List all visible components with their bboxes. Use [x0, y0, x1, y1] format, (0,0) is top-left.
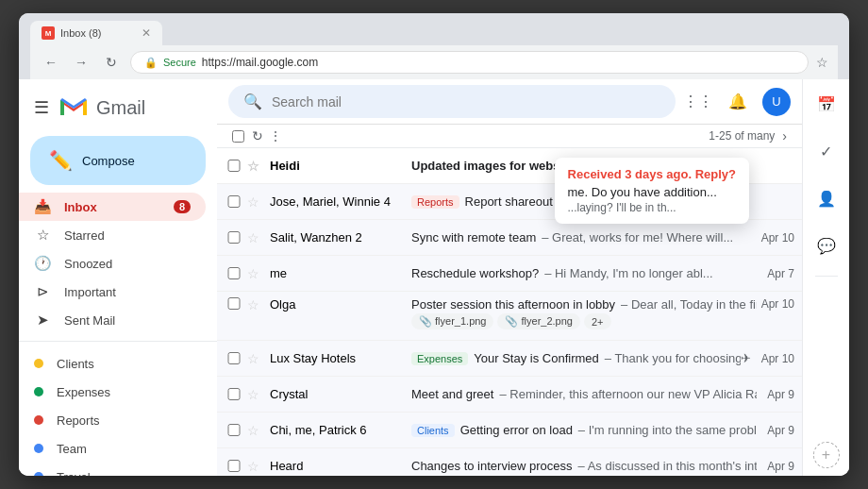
expenses-tag: Expenses	[411, 352, 468, 365]
star-icon[interactable]: ☆	[247, 459, 266, 474]
chat-panel-button[interactable]: 💬	[810, 228, 843, 262]
address-bar[interactable]: 🔒 Secure https://mail.google.com	[130, 51, 809, 74]
row-checkbox[interactable]	[225, 388, 243, 400]
more-options-icon[interactable]: ⋮	[269, 128, 282, 143]
gmail-logo-text: Gmail	[96, 97, 145, 119]
email-list-header: ↻ ⋮ 1-25 of many ›	[217, 125, 802, 148]
compose-plus-icon: ✏️	[49, 149, 73, 172]
important-icon: ⊳	[34, 283, 51, 300]
compose-label: Compose	[82, 154, 135, 168]
next-page-button[interactable]: ›	[782, 128, 787, 143]
notifications-button[interactable]: 🔔	[723, 87, 753, 117]
email-panel: 🔍 Search mail ⋮⋮ 🔔 U ↻ ⋮ 1-25 of many ›	[217, 79, 802, 476]
refresh-icon[interactable]: ↻	[252, 128, 263, 143]
contacts-panel-button[interactable]: 👤	[810, 181, 843, 215]
email-date: Apr 10	[757, 297, 794, 311]
email-row[interactable]: ☆ Heard Changes to interview process – A…	[217, 448, 802, 476]
star-icon[interactable]: ☆	[247, 387, 266, 402]
email-row[interactable]: ☆ Olga Poster session this afternoon in …	[217, 292, 802, 341]
select-all-checkbox[interactable]	[232, 130, 244, 143]
email-meta: Apr 9	[757, 424, 794, 437]
email-row[interactable]: ☆ Heidi Updated images for website – Hi!…	[217, 148, 802, 184]
sender-name: Jose, Mariel, Winnie 4	[270, 194, 411, 209]
gmail-header: ☰ Gmail	[19, 87, 217, 132]
star-icon[interactable]: ☆	[247, 297, 266, 312]
secure-label: Secure	[163, 57, 196, 68]
email-date: Apr 10	[757, 231, 794, 244]
clients-tag: Clients	[411, 424, 455, 437]
sidebar-item-inbox[interactable]: 📥 Inbox 8	[19, 193, 206, 221]
star-icon[interactable]: ☆	[247, 423, 266, 438]
email-date: Apr 10	[757, 352, 794, 365]
hamburger-menu-button[interactable]: ☰	[34, 97, 49, 118]
sender-name: me	[270, 266, 411, 280]
sidebar-item-snoozed[interactable]: 🕐 Snoozed	[19, 249, 206, 278]
refresh-button[interactable]: ↻	[100, 51, 123, 74]
inbox-badge: 8	[174, 200, 191, 213]
row-checkbox[interactable]	[225, 160, 243, 172]
email-row[interactable]: ☆ Crystal Meet and greet – Reminder, thi…	[217, 377, 802, 413]
email-subject: Getting error on load	[460, 423, 573, 437]
sidebar-item-travel[interactable]: Travel	[19, 463, 206, 476]
sidebar-item-expenses[interactable]: Expenses	[19, 378, 206, 406]
right-panels: 📅 ✓ 👤 💬 +	[802, 79, 849, 476]
row-checkbox[interactable]	[225, 424, 243, 436]
clients-label: Clients	[57, 357, 191, 371]
tasks-panel-button[interactable]: ✓	[810, 134, 843, 168]
sidebar-item-sent[interactable]: ➤ Sent Mail	[19, 306, 206, 334]
reports-dot	[34, 415, 43, 425]
email-row[interactable]: ☆ Chi, me, Patrick 6 Clients Getting err…	[217, 413, 802, 448]
inbox-icon: 📥	[34, 198, 51, 215]
email-row[interactable]: ☆ Jose, Mariel, Winnie 4 Reports Report …	[217, 184, 802, 220]
forward-button[interactable]: →	[70, 51, 92, 74]
sidebar-item-reports[interactable]: Reports	[19, 406, 206, 434]
star-icon[interactable]: ☆	[247, 194, 266, 210]
calendar-panel-button[interactable]: 📅	[810, 87, 843, 121]
sent-icon: ➤	[34, 312, 51, 329]
star-icon[interactable]: ☆	[247, 266, 266, 281]
compose-button[interactable]: ✏️ Compose	[30, 136, 206, 185]
email-row[interactable]: ☆ Lux Stay Hotels Expenses Your Stay is …	[217, 341, 802, 377]
email-meta: Apr 10	[757, 297, 794, 311]
email-date: Apr 9	[757, 424, 794, 437]
travel-dot	[34, 472, 43, 476]
row-checkbox[interactable]	[225, 297, 243, 310]
email-subject: Poster session this afternoon in lobby	[411, 297, 615, 312]
star-icon[interactable]: ☆	[247, 159, 266, 174]
tab-close-button[interactable]: ✕	[142, 26, 151, 40]
sidebar-item-team[interactable]: Team	[19, 434, 206, 463]
sender-name: Salit, Wanzhen 2	[270, 230, 411, 244]
active-tab[interactable]: M Inbox (8) ✕	[30, 21, 162, 45]
attachment-chip: 📎 flyer_2.png	[497, 313, 579, 329]
email-content: Clients Getting error on load – I'm runn…	[411, 423, 757, 437]
email-row[interactable]: ☆ Salit, Wanzhen 2 Sync with remote team…	[217, 220, 802, 256]
sidebar-item-important[interactable]: ⊳ Important	[19, 278, 206, 306]
email-subject: Reschedule workshop?	[411, 266, 539, 280]
bookmark-button[interactable]: ☆	[816, 55, 828, 70]
email-meta: Apr 7	[757, 267, 794, 280]
back-button[interactable]: ←	[40, 51, 62, 74]
attachment-chip: 📎 flyer_1.png	[411, 313, 493, 329]
star-icon[interactable]: ☆	[247, 351, 266, 366]
sender-name: Heard	[270, 459, 411, 473]
apps-button[interactable]: ⋮⋮	[683, 87, 713, 117]
email-content: Updated images for website – Hi! Could y…	[411, 159, 757, 173]
row-checkbox[interactable]	[225, 231, 243, 244]
star-icon[interactable]: ☆	[247, 230, 266, 245]
row-checkbox[interactable]	[225, 267, 243, 279]
row-checkbox[interactable]	[225, 352, 243, 364]
row-checkbox[interactable]	[225, 195, 243, 208]
add-panel-button[interactable]: +	[813, 442, 840, 468]
email-content: Reschedule workshop? – Hi Mandy, I'm no …	[411, 266, 757, 280]
tab-title: Inbox (8)	[60, 27, 101, 39]
snoozed-icon: 🕐	[34, 255, 51, 272]
search-bar[interactable]: 🔍 Search mail	[228, 85, 676, 118]
row-checkbox[interactable]	[225, 460, 243, 472]
gmail-logo: Gmail	[58, 93, 145, 123]
email-row[interactable]: ☆ me Reschedule workshop? – Hi Mandy, I'…	[217, 256, 802, 292]
email-snippet: – Thank you for choosing us for your bus…	[605, 351, 741, 365]
sidebar-item-clients[interactable]: Clients	[19, 349, 206, 378]
sidebar-item-starred[interactable]: ☆ Starred	[19, 221, 206, 249]
panel-divider	[815, 276, 838, 277]
avatar[interactable]: U	[762, 88, 791, 116]
